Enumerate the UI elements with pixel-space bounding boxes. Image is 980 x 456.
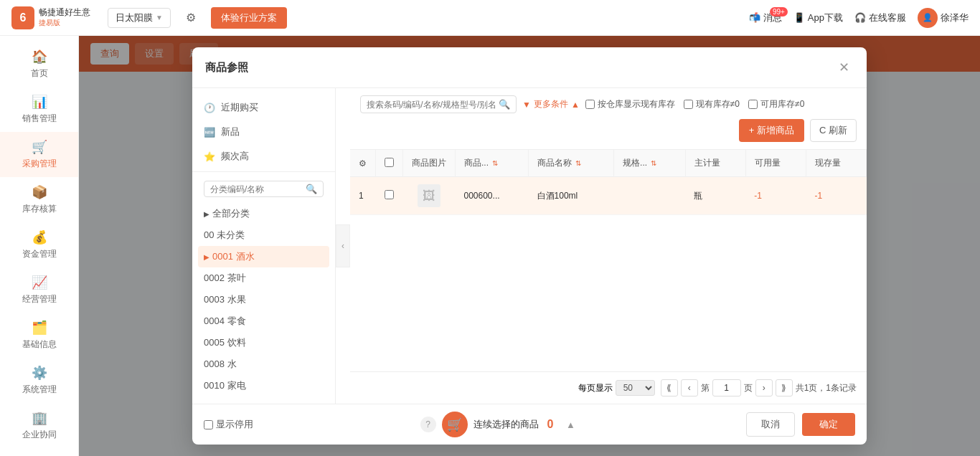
modal-body: 🕐 近期购买 🆕 新品 ⭐ 频次高 <box>192 88 867 404</box>
add-product-button[interactable]: + 新增商品 <box>739 119 804 142</box>
online-service-item[interactable]: 🎧 在线客服 <box>854 11 906 24</box>
th-spec: 规格... ⇅ <box>614 150 686 177</box>
category-0002[interactable]: 0002 茶叶 <box>198 267 329 289</box>
sidebar-item-sales[interactable]: 📊 销售管理 <box>0 87 78 132</box>
sort-icon-code: ⇅ <box>492 159 498 167</box>
cancel-button[interactable]: 取消 <box>746 412 795 437</box>
username: 徐泽华 <box>941 11 969 24</box>
sidebar-item-system[interactable]: ⚙️ 系统管理 <box>0 358 78 403</box>
td-unit: 瓶 <box>685 177 745 215</box>
per-page-label: 每页显示 <box>578 382 613 394</box>
category-search-input[interactable] <box>210 184 303 194</box>
sidebar-label-purchase: 采购管理 <box>22 158 57 170</box>
sidebar-item-finance[interactable]: 💰 资金管理 <box>0 222 78 267</box>
category-0004[interactable]: 0004 零食 <box>198 310 329 332</box>
prev-page-button[interactable]: ‹ <box>681 379 698 396</box>
page-number-input[interactable] <box>712 379 741 396</box>
row-checkbox[interactable] <box>385 190 394 199</box>
category-search[interactable]: 🔍 <box>204 181 324 197</box>
footer-center: ? 🛒 连续选择的商品 0 ▲ <box>420 412 580 437</box>
category-00-label: 00 未分类 <box>204 229 245 242</box>
sidebar-item-operation[interactable]: 📈 经营管理 <box>0 267 78 313</box>
category-0008[interactable]: 0008 水 <box>198 353 329 375</box>
sidebar-item-newbie[interactable]: 🎓 新手引导 <box>0 448 78 456</box>
show-disabled-checkbox[interactable] <box>204 420 213 429</box>
settings-icon[interactable]: ⚙ <box>179 6 202 29</box>
checkbox-warehouse-label[interactable]: 按仓库显示现有库存 <box>585 98 675 110</box>
app-download-item[interactable]: 📱 App下载 <box>793 11 843 24</box>
checkbox-available-label[interactable]: 可用库存≠0 <box>748 98 804 110</box>
sidebar-label-enterprise: 企业协同 <box>22 429 57 441</box>
sidebar-item-purchase[interactable]: 🛒 采购管理 <box>0 132 78 177</box>
page-label: 第 <box>701 382 710 394</box>
app-download-label: App下载 <box>808 11 843 24</box>
tenant-selector[interactable]: 日太阳膜 ▼ <box>108 8 171 28</box>
phone-icon: 📱 <box>793 12 805 23</box>
recent-purchase-item[interactable]: 🕐 近期购买 <box>192 95 335 120</box>
show-disabled-label[interactable]: 显示停用 <box>204 418 253 431</box>
logo-area: 6 畅捷通好生意 捷易版 <box>11 6 90 29</box>
notifications-badge: 99+ <box>770 7 788 16</box>
product-search-bar[interactable]: 🔍 <box>360 95 517 113</box>
category-0003[interactable]: 0003 水果 <box>198 289 329 310</box>
sort-icon-spec: ⇅ <box>651 159 656 167</box>
sidebar-item-home[interactable]: 🏠 首页 <box>0 42 78 87</box>
toolbar-right: + 新增商品 C 刷新 <box>739 119 857 142</box>
sidebar-item-enterprise[interactable]: 🏢 企业协同 <box>0 403 78 448</box>
td-check <box>376 177 403 215</box>
cart-icon[interactable]: 🛒 <box>442 412 468 437</box>
sidebar-label-operation: 经营管理 <box>22 293 57 305</box>
refresh-button[interactable]: C 刷新 <box>810 119 857 142</box>
checkbox-stock[interactable] <box>684 100 693 109</box>
page-suffix: 页 <box>744 382 753 394</box>
category-0010[interactable]: 0010 家电 <box>198 375 329 396</box>
category-0001-label: 0001 酒水 <box>212 250 255 263</box>
last-page-button[interactable]: ⟫ <box>776 379 793 396</box>
product-image: 🖼 <box>418 184 440 207</box>
confirm-button[interactable]: 确定 <box>802 413 855 436</box>
finance-icon: 💰 <box>32 229 47 245</box>
user-item[interactable]: 👤 徐泽华 <box>918 8 969 28</box>
logo-icon: 6 <box>11 6 34 29</box>
category-search-section: 🔍 <box>192 175 335 203</box>
purchase-icon: 🛒 <box>32 139 47 155</box>
trial-button[interactable]: 体验行业方案 <box>211 7 287 29</box>
product-search-input[interactable] <box>367 100 496 110</box>
product-table: ⚙ 商品图片 <box>350 150 867 215</box>
collapse-button[interactable]: ‹ <box>336 224 350 267</box>
td-image: 🖼 <box>403 177 456 215</box>
nav-right: 📬 消息 99+ 📱 App下载 🎧 在线客服 👤 徐泽华 <box>749 8 969 28</box>
sidebar-item-basic[interactable]: 🗂️ 基础信息 <box>0 313 78 358</box>
close-icon[interactable]: ✕ <box>834 57 854 77</box>
collapse-selection-button[interactable]: ▲ <box>562 416 579 433</box>
select-all-checkbox[interactable] <box>385 158 394 167</box>
search-icon: 🔍 <box>499 99 510 110</box>
category-0001[interactable]: ▶ 0001 酒水 <box>198 246 329 267</box>
category-all[interactable]: ▶ 全部分类 <box>198 203 329 224</box>
checkbox-warehouse[interactable] <box>585 100 595 109</box>
checkbox-available[interactable] <box>748 100 758 109</box>
category-0010-label: 0010 家电 <box>204 379 246 392</box>
td-name: 白酒100ml <box>529 177 614 215</box>
category-00[interactable]: 00 未分类 <box>198 224 329 246</box>
category-0005[interactable]: 0005 饮料 <box>198 332 329 353</box>
column-settings-icon[interactable]: ⚙ <box>359 158 367 168</box>
td-spec <box>614 177 686 215</box>
help-icon[interactable]: ? <box>420 417 436 432</box>
first-page-button[interactable]: ⟪ <box>661 379 678 396</box>
filter-button[interactable]: ▼ 更多条件 ▲ <box>522 98 580 110</box>
per-page-dropdown[interactable]: 50 100 200 <box>616 380 655 396</box>
clock-icon: 🕐 <box>204 103 215 113</box>
sales-icon: 📊 <box>32 94 47 110</box>
th-stock-label: 现存量 <box>815 158 841 168</box>
checkbox-group: 按仓库显示现有库存 现有库存≠0 可用库存≠0 <box>585 98 805 110</box>
table-row[interactable]: 1 🖼 000600... 白酒100ml <box>350 177 867 215</box>
frequent-item[interactable]: ⭐ 频次高 <box>192 144 335 168</box>
next-page-button[interactable]: › <box>755 379 773 396</box>
checkbox-stock-label[interactable]: 现有库存≠0 <box>684 98 740 110</box>
notifications-item[interactable]: 📬 消息 99+ <box>749 11 782 24</box>
modal-overlay: 商品参照 ✕ 🕐 近期购买 🆕 新品 <box>79 36 980 456</box>
sidebar: 🏠 首页 📊 销售管理 🛒 采购管理 📦 库存核算 💰 资金管理 📈 经营管理 … <box>0 36 79 456</box>
new-product-item[interactable]: 🆕 新品 <box>192 120 335 144</box>
sidebar-item-inventory[interactable]: 📦 库存核算 <box>0 177 78 222</box>
